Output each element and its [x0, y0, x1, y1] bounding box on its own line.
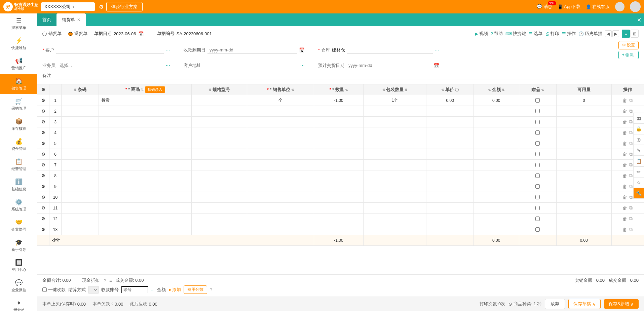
row-pkgqty-cell[interactable]: [363, 117, 426, 127]
row-quantity-cell[interactable]: [314, 170, 363, 181]
row-delete-icon[interactable]: 🗑: [622, 130, 627, 135]
row-unit-cell[interactable]: 个: [247, 95, 314, 106]
row-unit-cell[interactable]: [247, 213, 314, 224]
row-unitprice-cell[interactable]: [426, 138, 474, 149]
warehouse-input[interactable]: [347, 46, 433, 54]
row-copy-icon[interactable]: ⧉: [629, 227, 633, 232]
row-barcode-cell[interactable]: [62, 106, 99, 117]
row-gift-checkbox[interactable]: [535, 184, 540, 189]
cash-discount-info-icon[interactable]: ?: [104, 278, 106, 282]
radio-sales-order[interactable]: 销货单: [42, 31, 62, 37]
spec-sort-icon[interactable]: ⇅: [209, 88, 211, 92]
row-unitprice-cell[interactable]: [426, 160, 474, 170]
row-gear-cell[interactable]: ⚙: [37, 213, 49, 224]
row-gear-cell[interactable]: ⚙: [37, 138, 49, 149]
row-gear-cell[interactable]: ⚙: [37, 170, 49, 181]
customer-input[interactable]: [56, 46, 164, 54]
row-unit-cell[interactable]: [247, 127, 314, 138]
row-gift-cell[interactable]: [519, 170, 556, 181]
row-gift-cell[interactable]: [519, 160, 556, 170]
row-quantity-cell[interactable]: [314, 117, 363, 127]
row-amount-cell[interactable]: [474, 106, 519, 117]
row-barcode-cell[interactable]: [62, 203, 99, 213]
row-unit-cell[interactable]: [247, 160, 314, 170]
row-copy-icon[interactable]: ⧉: [629, 108, 633, 114]
row-unitprice-cell[interactable]: [426, 170, 474, 181]
avatar[interactable]: [615, 2, 624, 11]
settings-btn[interactable]: ⚙ 设置: [618, 41, 639, 49]
product-type-label[interactable]: ⊙ 商品种类: 1 种: [508, 301, 541, 307]
operations-btn[interactable]: ☰操作: [562, 31, 576, 37]
row-gift-cell[interactable]: [519, 117, 556, 127]
row-barcode-cell[interactable]: [62, 170, 99, 181]
radio-return-order[interactable]: 退货单: [68, 31, 87, 37]
row-pkgqty-cell[interactable]: [363, 213, 426, 224]
sidebar-item-beginner-guide[interactable]: 🎓 新手引导: [0, 235, 37, 256]
row-copy-icon[interactable]: ⧉: [629, 216, 633, 222]
row-amount-cell[interactable]: [474, 127, 519, 138]
row-quantity-cell[interactable]: [314, 203, 363, 213]
help-btn[interactable]: ?帮助: [491, 31, 503, 37]
tab-close-icon[interactable]: ✕: [77, 17, 80, 22]
row-delete-icon[interactable]: 🗑: [622, 227, 627, 232]
customer-dots-btn[interactable]: ···: [166, 47, 170, 53]
row-gear-cell[interactable]: ⚙: [37, 95, 49, 106]
discard-btn[interactable]: 放弃: [545, 299, 565, 309]
row-gift-checkbox[interactable]: [535, 173, 540, 178]
row-amount-cell[interactable]: [474, 138, 519, 149]
rf-btn-3[interactable]: ◎: [633, 134, 644, 145]
scan-btn[interactable]: 扫码录入: [145, 86, 165, 93]
view-list-btn[interactable]: ≡: [622, 30, 630, 38]
row-gear-cell[interactable]: ⚙: [37, 106, 49, 117]
row-product-cell[interactable]: [99, 224, 192, 235]
row-copy-icon[interactable]: ⧉: [629, 98, 633, 103]
row-gear-cell[interactable]: ⚙: [37, 149, 49, 160]
sidebar-item-search-order[interactable]: ☰ 搜索菜单: [0, 13, 37, 34]
row-quantity-cell[interactable]: [314, 213, 363, 224]
row-copy-icon[interactable]: ⧉: [629, 119, 633, 125]
row-gift-cell[interactable]: [519, 149, 556, 160]
row-gift-checkbox[interactable]: [535, 141, 540, 146]
trial-btn[interactable]: 体验行业方案: [106, 2, 143, 11]
row-product-cell[interactable]: [99, 117, 192, 127]
amount-sort-icon2[interactable]: ⇅: [502, 88, 504, 92]
warehouse-dots-btn[interactable]: ···: [435, 47, 439, 53]
rf-btn-4[interactable]: ✎: [633, 145, 644, 156]
row-copy-icon[interactable]: ⧉: [629, 151, 633, 157]
row-pkgqty-cell[interactable]: [363, 181, 426, 192]
sidebar-item-enterprise-wechat[interactable]: 💬 企业微信: [0, 276, 37, 296]
row-gift-checkbox[interactable]: [535, 109, 540, 113]
row-gear-cell[interactable]: ⚙: [37, 224, 49, 235]
customer-address-input[interactable]: [203, 62, 298, 69]
expense-help-icon[interactable]: ?: [210, 287, 212, 292]
row-pkgqty-cell[interactable]: 1个: [363, 95, 426, 106]
row-pkgqty-cell[interactable]: [363, 160, 426, 170]
row-quantity-cell[interactable]: [314, 106, 363, 117]
date-calendar-icon[interactable]: 📅: [138, 31, 144, 36]
row-unitprice-cell[interactable]: [426, 127, 474, 138]
row-barcode-cell[interactable]: [62, 117, 99, 127]
row-delete-icon[interactable]: 🗑: [622, 216, 627, 222]
row-product-cell[interactable]: [99, 160, 192, 170]
row-delete-icon[interactable]: 🗑: [622, 119, 627, 125]
pkgqty-sort-icon[interactable]: ⇅: [382, 88, 385, 92]
collection-date-calendar-icon[interactable]: 📅: [299, 47, 305, 53]
sidebar-item-capital-mgmt[interactable]: 💰 资金管理: [0, 134, 37, 155]
row-unitprice-cell[interactable]: [426, 117, 474, 127]
row-gift-checkbox[interactable]: [535, 195, 540, 199]
unit-sort-icon[interactable]: ⇅: [291, 88, 294, 92]
rf-btn-6[interactable]: ✏: [633, 166, 644, 177]
row-copy-icon[interactable]: ⧉: [629, 205, 633, 211]
row-product-cell[interactable]: 拆贡: [99, 95, 192, 106]
row-barcode-cell[interactable]: [62, 149, 99, 160]
sidebar-item-sales-mgmt[interactable]: 🏠 销售管理: [0, 74, 37, 94]
save-new-btn[interactable]: 保存&新增 ∧: [604, 299, 639, 309]
row-gift-cell[interactable]: [519, 127, 556, 138]
tab-bar-close-btn[interactable]: ✕: [637, 17, 641, 23]
row-gift-cell[interactable]: [519, 224, 556, 235]
row-product-cell[interactable]: [99, 149, 192, 160]
row-unitprice-cell[interactable]: [426, 224, 474, 235]
row-quantity-cell[interactable]: [314, 160, 363, 170]
barcode-sort-icon[interactable]: ⇅: [74, 88, 76, 92]
sidebar-item-basic-info[interactable]: ℹ️ 基础信息: [0, 175, 37, 195]
